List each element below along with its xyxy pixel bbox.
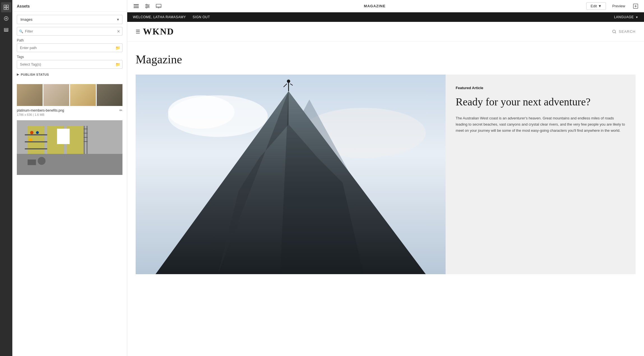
layers-toolbar-btn[interactable] — [1, 25, 11, 35]
assets-panel: Assets Images Documents Videos ▼ 🔍 ✕ Pat… — [12, 0, 127, 356]
left-toolbar — [0, 0, 12, 356]
site-header: ☰ WKND SEARCH — [127, 22, 644, 41]
svg-rect-9 — [4, 31, 8, 31]
preview-button[interactable]: Preview — [608, 2, 629, 10]
filter-search-icon: 🔍 — [19, 29, 23, 33]
path-input-wrapper: 📁 — [17, 43, 122, 52]
site-logo-area: ☰ WKND — [136, 26, 174, 37]
svg-rect-21 — [57, 129, 70, 144]
svg-rect-17 — [25, 148, 47, 149]
publish-chevron-icon: ▶ — [17, 73, 19, 76]
featured-headline: Ready for your next adventure? — [456, 96, 626, 108]
featured-image — [136, 75, 446, 274]
welcome-text: WELCOME, LATHA RAMASAMY — [133, 15, 186, 19]
images-dropdown[interactable]: Images Documents Videos — [17, 15, 122, 24]
svg-point-37 — [148, 6, 149, 7]
publish-status-row[interactable]: ▶ PUBLISH STATUS — [17, 71, 122, 77]
svg-point-18 — [30, 131, 34, 134]
svg-rect-16 — [25, 141, 47, 142]
assets-grid: platinum-members-benefits.png ✏ 1786 x 6… — [12, 81, 127, 356]
svg-rect-23 — [87, 126, 88, 154]
svg-rect-8 — [4, 30, 8, 31]
featured-section: Featured Article Ready for your next adv… — [136, 75, 636, 274]
tags-label: Tags — [17, 55, 122, 59]
path-input[interactable] — [17, 43, 122, 52]
path-field: Path 📁 — [17, 38, 122, 52]
site-search[interactable]: SEARCH — [612, 29, 636, 34]
sign-out-link[interactable]: SIGN OUT — [193, 15, 210, 19]
top-bar: MAGAZINE Edit ▼ Preview — [127, 0, 644, 12]
settings-btn[interactable] — [143, 2, 152, 11]
page-title: Magazine — [136, 53, 636, 66]
sidebar-toggle-btn[interactable] — [132, 2, 141, 11]
top-bar-left — [132, 2, 163, 11]
svg-rect-27 — [84, 141, 88, 142]
site-nav-links: WELCOME, LATHA RAMASAMY SIGN OUT — [133, 15, 210, 19]
svg-rect-15 — [25, 134, 47, 135]
top-bar-right: Edit ▼ Preview — [586, 2, 640, 10]
page-name: MAGAZINE — [364, 4, 386, 8]
edit-button[interactable]: Edit ▼ — [586, 2, 606, 10]
svg-rect-1 — [6, 5, 8, 7]
language-dropdown-icon: ▼ — [636, 16, 638, 19]
asset-strip — [17, 84, 122, 106]
path-folder-icon[interactable]: 📁 — [115, 46, 120, 50]
svg-rect-25 — [84, 133, 88, 133]
strip-thumb-3[interactable] — [70, 84, 96, 106]
search-label: SEARCH — [619, 29, 636, 34]
svg-rect-32 — [134, 7, 139, 8]
assets-title: Assets — [17, 4, 30, 8]
featured-label: Featured Article — [456, 86, 626, 90]
hamburger-icon[interactable]: ☰ — [136, 29, 140, 35]
svg-point-28 — [38, 157, 46, 165]
asset-name: platinum-members-benefits.png — [17, 108, 64, 112]
svg-line-46 — [615, 33, 616, 33]
page-content: Magazine — [127, 41, 644, 285]
filter-wrapper: 🔍 ✕ — [17, 27, 122, 36]
preview-area: WELCOME, LATHA RAMASAMY SIGN OUT LANGUAG… — [127, 12, 644, 356]
svg-point-49 — [168, 95, 235, 129]
site-logo: WKND — [143, 26, 174, 37]
publish-icon-btn[interactable] — [632, 2, 640, 10]
tags-input[interactable] — [17, 60, 122, 69]
assets-panel-header: Assets — [12, 0, 127, 11]
assets-controls: Images Documents Videos ▼ 🔍 ✕ Path 📁 Tag… — [12, 11, 127, 81]
svg-rect-41 — [158, 8, 159, 8]
strip-thumb-4[interactable] — [97, 84, 122, 106]
images-dropdown-wrapper: Images Documents Videos ▼ — [17, 15, 122, 24]
strip-thumb-1[interactable] — [17, 84, 43, 106]
add-toolbar-btn[interactable] — [1, 13, 11, 24]
asset-info-row: platinum-members-benefits.png ✏ — [17, 108, 122, 112]
strip-thumb-2[interactable] — [43, 84, 69, 106]
publish-status-label: PUBLISH STATUS — [21, 73, 49, 76]
tags-input-wrapper: 📁 — [17, 60, 122, 69]
svg-rect-29 — [28, 159, 36, 165]
tags-folder-icon[interactable]: 📁 — [115, 62, 120, 67]
edit-dropdown-arrow-icon: ▼ — [598, 4, 602, 8]
site-nav-right: LANGUAGE ▼ — [614, 15, 638, 19]
svg-rect-7 — [4, 28, 8, 29]
language-label[interactable]: LANGUAGE — [614, 15, 634, 19]
asset-edit-icon[interactable]: ✏ — [119, 108, 122, 112]
svg-rect-39 — [156, 4, 161, 8]
svg-rect-31 — [134, 6, 139, 6]
svg-rect-0 — [4, 5, 6, 7]
responsive-btn[interactable] — [154, 2, 163, 11]
svg-rect-30 — [134, 4, 139, 5]
site-nav-bar: WELCOME, LATHA RAMASAMY SIGN OUT LANGUAG… — [127, 12, 644, 22]
tags-field: Tags 📁 — [17, 55, 122, 69]
svg-point-56 — [287, 80, 290, 83]
svg-rect-22 — [84, 126, 85, 154]
featured-text-panel: Featured Article Ready for your next adv… — [446, 75, 636, 274]
svg-rect-24 — [84, 129, 88, 129]
asset-thumb-large[interactable] — [17, 120, 122, 175]
svg-point-19 — [36, 131, 39, 134]
assets-toolbar-btn[interactable] — [1, 2, 11, 12]
main-area: MAGAZINE Edit ▼ Preview WELCOME, LATHA R… — [127, 0, 644, 356]
filter-input[interactable] — [17, 27, 122, 36]
svg-rect-2 — [4, 8, 6, 10]
svg-point-45 — [613, 30, 615, 33]
svg-point-36 — [146, 4, 147, 5]
filter-clear-icon[interactable]: ✕ — [117, 29, 120, 34]
svg-point-38 — [146, 7, 147, 8]
